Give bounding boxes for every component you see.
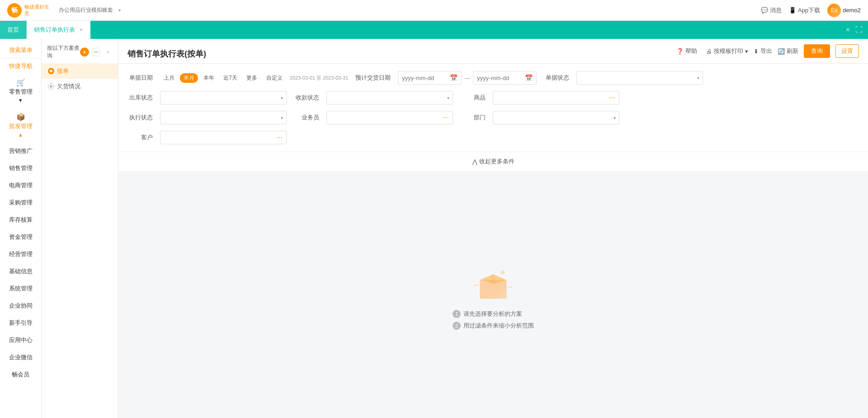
ecom-label: 电商管理 (9, 181, 33, 190)
left-panel: 按以下方案查询 + ✏ « 按单 欠货情况 (42, 39, 118, 418)
date-tab-more[interactable]: 更多 (243, 73, 261, 83)
export-button[interactable]: ⬇ 导出 (754, 47, 772, 55)
export-icon: ⬇ (754, 48, 759, 55)
expected-date-end[interactable]: 📅 (473, 71, 537, 85)
tab-home[interactable]: 首页 (0, 21, 27, 39)
filter-row-3: 执行状态 ▾ 业务员 ··· 部门 (127, 111, 859, 124)
date-tab-this-year[interactable]: 本年 (200, 73, 218, 83)
sidebar-item-wholesale[interactable]: 📦 批发管理 ▴ (0, 108, 41, 142)
out-status-select[interactable] (160, 91, 287, 104)
expected-date-start[interactable]: 📅 (398, 71, 462, 85)
collapse-button[interactable]: ⋀ 收起更多条件 (467, 156, 520, 167)
sidebar-item-inventory[interactable]: 库存核算 (0, 211, 41, 228)
dept-select[interactable] (493, 111, 619, 124)
main-layout: 搜索菜单 快捷导航 🛒 零售管理 ▾ 📦 批发管理 ▴ 营销推广 销售管理 电商… (0, 39, 868, 418)
out-status-label: 出库状态 (127, 94, 153, 102)
sidebar-search[interactable]: 搜索菜单 (0, 43, 41, 58)
empty-step-1: 1 请先选择要分析的方案 (453, 310, 534, 318)
sidebar-item-enterprise[interactable]: 企业协同 (0, 297, 41, 314)
finance-label: 资金管理 (9, 233, 33, 241)
help-icon: ❓ (676, 48, 684, 55)
refresh-button[interactable]: 🔄 刷新 (778, 47, 798, 55)
sidebar-item-finance[interactable]: 资金管理 (0, 228, 41, 246)
logo-area[interactable]: 畅 畅捷通好生意 (7, 3, 52, 18)
expected-date-end-input[interactable] (477, 75, 522, 81)
sidebar-item-retail[interactable]: 🛒 零售管理 ▾ (0, 74, 41, 108)
logo-text: 畅捷通好生意 (24, 4, 52, 16)
collapse-panel-button[interactable]: « (104, 48, 113, 57)
print-label: 按模板打印 (714, 47, 743, 55)
filter-row-4: 客户 ··· (127, 131, 859, 144)
app-icon: 📱 (789, 7, 796, 14)
exec-status-select[interactable] (160, 111, 287, 124)
sidebar-item-basic-info[interactable]: 基础信息 (0, 263, 41, 280)
exec-status-label: 执行状态 (127, 114, 153, 122)
settings-button[interactable]: 设置 (835, 44, 859, 58)
payment-status-select-wrap: ▾ (326, 91, 453, 104)
marketing-label: 营销推广 (9, 147, 33, 155)
sidebar-item-ecom[interactable]: 电商管理 (0, 177, 41, 194)
app-download-button[interactable]: 📱 App下载 (789, 6, 820, 14)
print-arrow[interactable]: ▾ (745, 48, 748, 55)
right-main: 销售订单执行表(按单) ❓ 帮助 🖨 按模板打印 ▾ ⬇ 导出 (118, 39, 868, 418)
customer-dots-icon[interactable]: ··· (277, 133, 283, 142)
breadcrumb-dropdown-icon[interactable]: ▾ (118, 8, 121, 13)
collapse-up-icon: ⋀ (472, 158, 477, 165)
sidebar-item-operations[interactable]: 经营管理 (0, 246, 41, 263)
step1-text: 请先选择要分析的方案 (463, 310, 522, 318)
sidebar-item-tutorial[interactable]: 新手引导 (0, 314, 41, 332)
user-menu[interactable]: Ea demo2 (827, 4, 861, 17)
tab-sales-order[interactable]: 销售订单执行表 × (27, 21, 90, 39)
help-button[interactable]: ❓ 帮助 (673, 45, 701, 57)
empty-step-2: 2 用过滤条件来缩小分析范围 (453, 322, 534, 330)
salesman-input[interactable]: ··· (326, 111, 453, 124)
sidebar-item-system[interactable]: 系统管理 (0, 280, 41, 297)
add-scheme-button[interactable]: + (80, 48, 89, 57)
scheme-item-single-label: 按单 (57, 67, 69, 75)
customer-label: 客户 (127, 133, 153, 142)
page-title: 销售订单执行表(按单) (127, 48, 206, 59)
salesman-dots-icon[interactable]: ··· (443, 114, 449, 122)
date-tab-custom[interactable]: 自定义 (263, 73, 286, 83)
goods-dots-icon[interactable]: ··· (609, 94, 615, 102)
tab-close-button[interactable]: × (846, 26, 850, 34)
expected-date-start-input[interactable] (402, 75, 447, 81)
edit-scheme-button[interactable]: ✏ (92, 48, 101, 57)
scheme-dot-outline (48, 83, 54, 90)
print-button[interactable]: 🖨 按模板打印 ▾ (706, 47, 748, 55)
refresh-label: 刷新 (787, 47, 798, 55)
left-panel-actions: + ✏ « (80, 48, 113, 57)
wechat-label: 企业微信 (9, 353, 33, 361)
print-icon: 🖨 (706, 48, 712, 55)
page-actions: ❓ 帮助 🖨 按模板打印 ▾ ⬇ 导出 🔄 刷新 (673, 44, 859, 63)
step1-num: 1 (453, 310, 461, 318)
date-range-separator: — (464, 75, 470, 81)
goods-input[interactable]: ··· (493, 91, 619, 104)
empty-state: ↑ 1 请先选择要分析的方案 2 用过滤条件来缩小分析范围 (118, 171, 868, 418)
message-button[interactable]: 💬 消息 (761, 6, 782, 14)
filter-row-1: 单据日期 上月 本月 本年 近7天 更多 自定义 2023-03-01 至 20… (127, 71, 859, 85)
help-label: 帮助 (685, 47, 697, 55)
sidebar-item-app-center[interactable]: 应用中心 (0, 332, 41, 349)
payment-status-select[interactable] (326, 91, 453, 104)
date-tab-7days[interactable]: 近7天 (220, 73, 241, 83)
app-download-label: App下载 (798, 6, 820, 14)
date-tab-this-month[interactable]: 本月 (180, 73, 198, 83)
sidebar-item-marketing[interactable]: 营销推广 (0, 142, 41, 160)
date-tab-last-month[interactable]: 上月 (160, 73, 178, 83)
step2-text: 用过滤条件来缩小分析范围 (463, 322, 534, 330)
sidebar-item-wechat[interactable]: 企业微信 (0, 349, 41, 366)
sidebar-item-member[interactable]: 畅会员 (0, 366, 41, 383)
query-button[interactable]: 查询 (804, 44, 830, 58)
scheme-item-single[interactable]: 按单 (42, 63, 118, 79)
tab-expand-button[interactable]: ⛶ (855, 26, 863, 34)
tab-close-icon[interactable]: × (80, 27, 83, 33)
status-select[interactable] (576, 71, 703, 85)
sidebar-item-sales[interactable]: 销售管理 (0, 160, 41, 177)
sidebar-quick-nav[interactable]: 快捷导航 (0, 60, 41, 72)
scheme-item-shortage[interactable]: 欠货情况 (42, 79, 118, 94)
tab-sales-order-label: 销售订单执行表 (34, 26, 75, 34)
customer-input[interactable]: ··· (160, 131, 287, 144)
dept-label: 部门 (460, 114, 486, 122)
sidebar-item-purchase[interactable]: 采购管理 (0, 194, 41, 211)
